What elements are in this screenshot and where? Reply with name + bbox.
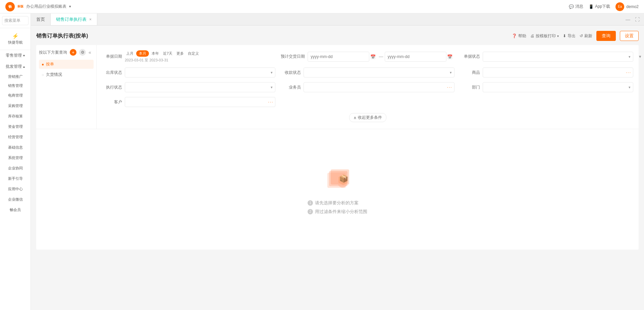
date-tabs-row: 上月 本月 本年 近7天 更多 自定义 bbox=[125, 50, 275, 57]
date-tab-last-month[interactable]: 上月 bbox=[125, 50, 135, 57]
filter-row-4: 客户 ··· bbox=[102, 97, 633, 107]
print-btn[interactable]: 🖨 按模板打印 ▾ bbox=[530, 33, 559, 39]
sidebar-sub-sales[interactable]: 销售管理 bbox=[0, 81, 31, 90]
sub-nav-by-debt[interactable]: ○ 欠货情况 bbox=[39, 70, 94, 79]
sidebar-item-quicknav[interactable]: ⚡ 快捷导航 bbox=[0, 30, 31, 48]
home-tab[interactable]: 首页 bbox=[31, 13, 51, 25]
sidebar-group-wholesale: 批发管理 ▴ 营销推广 销售管理 bbox=[0, 61, 31, 90]
salesperson-label: 业务员 bbox=[281, 85, 301, 90]
sidebar-search-section: 搜索菜单 bbox=[0, 13, 31, 28]
goods-more-icon[interactable]: ··· bbox=[626, 70, 631, 75]
add-filter-btn[interactable]: + bbox=[70, 49, 76, 56]
filter-date-group: 单据日期 上月 本月 本年 近7天 更多 自定义 bbox=[102, 50, 275, 63]
sidebar-item-member[interactable]: 畅会员 bbox=[0, 205, 31, 215]
receipt-select[interactable] bbox=[304, 67, 454, 78]
help-btn[interactable]: ❓ 帮助 bbox=[512, 33, 526, 39]
customer-input[interactable] bbox=[125, 97, 275, 107]
app-title-dropdown[interactable]: ▾ bbox=[69, 4, 71, 9]
customer-label: 客户 bbox=[102, 99, 122, 105]
exec-status-select[interactable] bbox=[125, 82, 275, 92]
quicknav-icon: ⚡ bbox=[12, 33, 19, 39]
search-menu-button[interactable]: 搜索菜单 bbox=[2, 16, 29, 25]
date-tab-custom[interactable]: 自定义 bbox=[186, 50, 200, 57]
app-logo: 畅 bbox=[5, 2, 15, 11]
sidebar-item-wholesale[interactable]: 批发管理 ▴ bbox=[0, 61, 31, 72]
settings-button[interactable]: 设置 bbox=[620, 31, 639, 41]
sidebar-item-newbie[interactable]: 新手引导 bbox=[0, 173, 31, 184]
calendar-start-icon: 📅 bbox=[370, 54, 376, 59]
out-stock-select[interactable] bbox=[125, 67, 275, 78]
salesperson-input[interactable] bbox=[304, 82, 454, 92]
right-panel: 单据日期 上月 本月 本年 近7天 更多 自定义 bbox=[97, 45, 639, 129]
app-title: 办公用品行业模拟账表 bbox=[26, 4, 66, 9]
logo-subtitle: 标版 bbox=[17, 5, 23, 8]
minimize-icon: — bbox=[626, 17, 630, 22]
filter-setting-btn[interactable]: ⚙ bbox=[79, 49, 86, 56]
salesperson-more-icon[interactable]: ··· bbox=[447, 85, 452, 90]
export-btn[interactable]: ⬇ 导出 bbox=[563, 33, 576, 39]
main-layout: 搜索菜单 ⚡ 快捷导航 零售管理 ▾ 批发管理 ▴ 营销推广 销售管理 电商管理 bbox=[0, 13, 644, 310]
goods-input[interactable] bbox=[483, 67, 633, 78]
empty-state-icon: 📦 bbox=[322, 164, 353, 195]
filter-status: 单据状态 ▾ bbox=[460, 52, 633, 62]
status-select[interactable] bbox=[483, 52, 633, 62]
empty-state: 📦 1 请先选择要分析的方案 2 用过滤条件来缩小分析范围 bbox=[308, 144, 367, 235]
filter-collapse-btn[interactable]: « bbox=[89, 50, 91, 55]
date-tab-more[interactable]: 更多 bbox=[175, 50, 185, 57]
export-icon: ⬇ bbox=[563, 34, 566, 38]
message-btn[interactable]: 💬 消息 bbox=[569, 4, 583, 9]
date-tab-this-year[interactable]: 本年 bbox=[150, 50, 160, 57]
sidebar-item-basic[interactable]: 基础信息 bbox=[0, 142, 31, 153]
app-download-btn[interactable]: 📱 App下载 bbox=[589, 4, 610, 9]
page-header: 销售订单执行表(按单) ❓ 帮助 🖨 按模板打印 ▾ ⬇ 导出 bbox=[36, 31, 639, 41]
sidebar-quick-nav: ⚡ 快捷导航 bbox=[0, 28, 31, 50]
sidebar: 搜索菜单 ⚡ 快捷导航 零售管理 ▾ 批发管理 ▴ 营销推广 销售管理 电商管理 bbox=[0, 13, 31, 310]
print-icon: 🖨 bbox=[530, 34, 534, 38]
sidebar-item-inventory[interactable]: 库存核算 bbox=[0, 111, 31, 121]
maximize-btn[interactable]: ⛶ bbox=[633, 15, 641, 23]
delivery-date-start[interactable] bbox=[308, 52, 369, 62]
filter-receipt: 收款状态 bbox=[281, 67, 454, 78]
step-num-2: 2 bbox=[308, 209, 313, 214]
sidebar-item-apps[interactable]: 应用中心 bbox=[0, 184, 31, 194]
sidebar-item-operation[interactable]: 经营管理 bbox=[0, 132, 31, 142]
sidebar-item-enterprise[interactable]: 企业协同 bbox=[0, 163, 31, 173]
page-body: 销售订单执行表(按单) ❓ 帮助 🖨 按模板打印 ▾ ⬇ 导出 bbox=[31, 25, 644, 310]
sidebar-group-retail: 零售管理 ▾ bbox=[0, 50, 31, 61]
date-range-text: 2023-03-01 至 2023-03-31 bbox=[125, 58, 275, 63]
download-icon: 📱 bbox=[589, 4, 594, 9]
filter-row-2: 出库状态 收款状态 bbox=[102, 67, 633, 78]
filter-customer: 客户 ··· bbox=[102, 97, 275, 107]
collapse-row: ∧ 收起更多条件 bbox=[102, 112, 633, 123]
sidebar-item-wechat[interactable]: 企业微信 bbox=[0, 194, 31, 205]
customer-more-icon[interactable]: ··· bbox=[268, 100, 273, 104]
tab-actions: — ⛶ bbox=[624, 15, 644, 23]
active-tab[interactable]: 销售订单执行表 × bbox=[51, 13, 97, 25]
debt-icon: ○ bbox=[42, 72, 44, 77]
delivery-date-end[interactable] bbox=[385, 52, 446, 62]
exec-status-label: 执行状态 bbox=[102, 85, 122, 90]
left-panel: 按以下方案查询 + ⚙ « ● 按单 ○ 欠货 bbox=[36, 45, 97, 129]
query-button[interactable]: 查询 bbox=[596, 31, 616, 41]
sidebar-item-purchase[interactable]: 采购管理 bbox=[0, 101, 31, 111]
filter-salesperson: 业务员 ··· bbox=[281, 82, 454, 92]
empty-state-text: 1 请先选择要分析的方案 2 用过滤条件来缩小分析范围 bbox=[308, 200, 367, 215]
collapse-button[interactable]: ∧ 收起更多条件 bbox=[349, 113, 386, 122]
sidebar-item-retail[interactable]: 零售管理 ▾ bbox=[0, 50, 31, 61]
refresh-btn[interactable]: ↺ 刷新 bbox=[580, 33, 592, 39]
date-tab-this-month[interactable]: 本月 bbox=[136, 50, 149, 57]
sidebar-sub-marketing[interactable]: 营销推广 bbox=[0, 72, 31, 81]
filter-exec-status: 执行状态 bbox=[102, 82, 275, 92]
sidebar-item-system[interactable]: 系统管理 bbox=[0, 153, 31, 163]
collapse-icon: ∧ bbox=[354, 115, 357, 120]
sidebar-item-ecommerce[interactable]: 电商管理 bbox=[0, 90, 31, 101]
filter-section-title: 按以下方案查询 bbox=[39, 50, 67, 55]
filter-row-1: 单据日期 上月 本月 本年 近7天 更多 自定义 bbox=[102, 50, 633, 63]
close-tab-btn[interactable]: × bbox=[89, 17, 92, 22]
user-profile[interactable]: Ea demo2 bbox=[615, 2, 639, 11]
minimize-btn[interactable]: — bbox=[624, 15, 632, 23]
sidebar-item-finance[interactable]: 资金管理 bbox=[0, 121, 31, 132]
sub-nav-by-order[interactable]: ● 按单 bbox=[39, 60, 94, 69]
date-tab-7days[interactable]: 近7天 bbox=[162, 50, 174, 57]
department-select[interactable] bbox=[483, 82, 633, 92]
